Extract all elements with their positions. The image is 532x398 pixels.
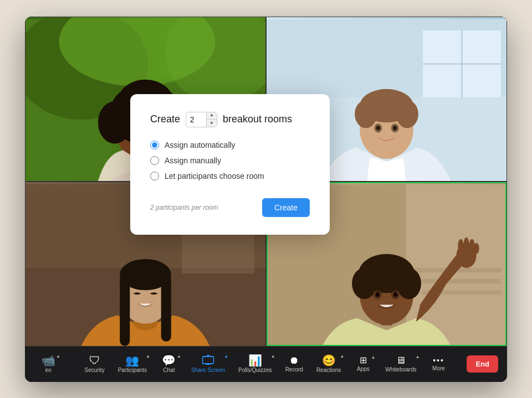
chat-label: Chat <box>163 367 175 373</box>
toolbar-video-btn[interactable]: 📹 eo ▲ <box>34 352 63 376</box>
security-label: Security <box>85 367 105 373</box>
room-count-up[interactable]: ▲ <box>207 112 217 120</box>
room-count-down[interactable]: ▼ <box>207 120 217 127</box>
reactions-icon: 😊 <box>322 355 336 366</box>
toolbar-record-btn[interactable]: ⏺ Record <box>280 352 309 376</box>
more-icon: ••• <box>433 356 444 364</box>
participants-hint: 2 participants per room <box>150 204 218 211</box>
svg-point-54 <box>397 268 421 299</box>
whiteboards-icon: 🖥 <box>396 355 406 365</box>
svg-point-38 <box>129 267 145 278</box>
modal-title: Create ▲ ▼ breakout rooms <box>150 112 310 127</box>
polls-label: Polls/Quizzes <box>238 367 272 373</box>
toolbar-chat-btn[interactable]: 💬 Chat ▲ <box>155 352 183 376</box>
share-chevron: ▲ <box>224 354 228 359</box>
radio-manual[interactable] <box>150 156 159 165</box>
option-self[interactable]: Let participants choose room <box>150 172 310 180</box>
room-count-field[interactable] <box>186 115 206 124</box>
participants-icon: 👥 <box>125 355 139 366</box>
participants-label: Participants <box>118 367 147 373</box>
end-button[interactable]: End <box>467 355 498 373</box>
toolbar-security-btn[interactable]: 🛡 Security <box>79 352 110 376</box>
assignment-options: Assign automatically Assign manually Let… <box>150 141 310 180</box>
toolbar-center: 🛡 Security 👥 Participants ▲ 💬 Chat ▲ <box>79 352 453 376</box>
toolbar-left: 📹 eo ▲ <box>34 352 63 376</box>
svg-point-53 <box>352 268 376 299</box>
create-button[interactable]: Create <box>262 198 310 217</box>
apps-chevron: ▲ <box>371 355 375 360</box>
svg-point-49 <box>474 242 479 254</box>
svg-point-28 <box>393 126 397 130</box>
share-screen-icon <box>202 355 214 366</box>
toolbar-share-btn[interactable]: Share Screen ▲ <box>186 352 231 376</box>
svg-rect-37 <box>161 275 171 342</box>
chevron-icon: ▲ <box>56 354 60 359</box>
share-screen-label: Share Screen <box>191 367 225 373</box>
svg-rect-59 <box>202 356 213 364</box>
breakout-rooms-modal: Create ▲ ▼ breakout rooms Assign automat… <box>130 94 330 235</box>
security-icon: 🛡 <box>89 355 100 366</box>
svg-point-24 <box>396 100 418 127</box>
svg-point-27 <box>376 126 380 130</box>
reactions-label: Reactions <box>316 367 341 373</box>
participants-chevron: ▲ <box>146 354 150 359</box>
toolbar: 📹 eo ▲ 🛡 Security 👥 Participants ▲ 💬 Cha… <box>25 347 507 382</box>
toolbar-right: End <box>467 355 498 373</box>
svg-point-23 <box>355 100 377 127</box>
radio-auto[interactable] <box>150 141 159 149</box>
svg-point-46 <box>458 239 463 252</box>
app-window: Create ▲ ▼ breakout rooms Assign automat… <box>25 17 507 382</box>
whiteboards-chevron: ▲ <box>416 354 420 359</box>
video-icon: 📹 <box>42 355 55 366</box>
polls-icon: 📊 <box>248 355 262 366</box>
record-icon: ⏺ <box>289 355 299 365</box>
toolbar-participants-btn[interactable]: 👥 Participants ▲ <box>112 352 152 376</box>
reactions-chevron: ▲ <box>340 354 344 359</box>
more-label: More <box>432 365 445 371</box>
option-auto[interactable]: Assign automatically <box>150 141 310 149</box>
svg-point-58 <box>393 292 398 297</box>
toolbar-reactions-btn[interactable]: 😊 Reactions ▲ <box>311 352 346 376</box>
modal-footer: 2 participants per room Create <box>150 198 310 217</box>
apps-icon: ⊞ <box>360 356 367 365</box>
svg-point-39 <box>146 267 162 278</box>
svg-rect-43 <box>417 279 501 283</box>
polls-chevron: ▲ <box>271 354 275 359</box>
svg-point-47 <box>463 237 469 251</box>
apps-label: Apps <box>357 366 370 372</box>
whiteboards-label: Whiteboards <box>385 366 416 373</box>
record-label: Record <box>285 366 303 373</box>
toolbar-more-btn[interactable]: ••• More <box>424 353 453 375</box>
room-count-input[interactable]: ▲ ▼ <box>186 112 217 127</box>
option-manual[interactable]: Assign manually <box>150 156 310 165</box>
toolbar-apps-btn[interactable]: ⊞ Apps ▲ <box>349 353 377 375</box>
chat-icon: 💬 <box>162 355 176 366</box>
toolbar-whiteboards-btn[interactable]: 🖥 Whiteboards ▲ <box>380 352 422 376</box>
svg-point-57 <box>375 292 380 297</box>
chat-chevron: ▲ <box>177 354 181 359</box>
toolbar-polls-btn[interactable]: 📊 Polls/Quizzes ▲ <box>233 352 278 376</box>
radio-self[interactable] <box>150 172 159 180</box>
svg-rect-36 <box>120 275 130 346</box>
